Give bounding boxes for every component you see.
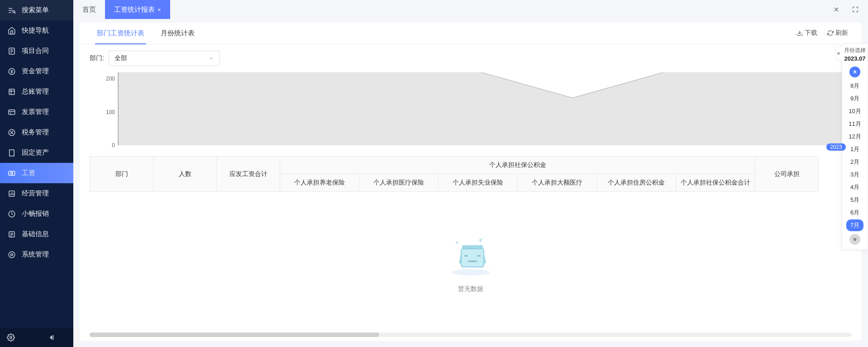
tab-1[interactable]: 工资统计报表× — [105, 0, 170, 19]
svg-line-4 — [14, 12, 15, 13]
svg-point-34 — [10, 337, 12, 339]
svg-rect-17 — [10, 150, 14, 156]
sidebar-item-10[interactable]: 小畅报销 — [0, 204, 73, 224]
svg-point-25 — [11, 172, 13, 174]
sidebar-item-1[interactable]: 快捷导航 — [0, 20, 73, 41]
sidebar-footer — [0, 328, 73, 347]
svg-rect-38 — [461, 249, 484, 267]
sidebar-item-9[interactable]: 经营管理 — [0, 183, 73, 204]
sidebar-item-label: 基础信息 — [22, 230, 49, 238]
tab-label: 工资统计报表 — [114, 5, 155, 14]
month-picker-up-button[interactable] — [849, 67, 860, 77]
table-header-cell: 个人承担失业保险 — [439, 174, 518, 192]
sidebar-item-5[interactable]: 发票管理 — [0, 102, 73, 122]
sidebar-item-label: 系统管理 — [22, 250, 49, 259]
month-picker-collapse-button[interactable] — [835, 47, 842, 60]
download-label: 下载 — [805, 29, 817, 37]
table-header-cell: 应发工资合计 — [217, 157, 280, 192]
table-header-cell: 个人承担住房公积金 — [597, 174, 676, 192]
download-button[interactable]: 下载 — [796, 29, 817, 37]
table-header-cell: 个人承担养老保险 — [280, 174, 359, 192]
sidebar-item-label: 税务管理 — [22, 128, 49, 137]
month-option[interactable]: 6月 — [846, 207, 863, 219]
sub-tabs: 部门工资统计表 月份统计表 下载 刷新 — [80, 23, 862, 44]
settings-icon[interactable] — [6, 333, 15, 342]
sidebar-item-6[interactable]: 税务管理 — [0, 122, 73, 143]
table-header-cell: 个人承担社保公积金合计 — [676, 174, 755, 192]
info-icon — [7, 230, 16, 239]
table-header-cell: 人数 — [153, 157, 217, 192]
sidebar-item-label: 快捷导航 — [22, 26, 49, 35]
close-all-tabs-button[interactable] — [830, 3, 843, 16]
sidebar-item-label: 总账管理 — [22, 87, 49, 96]
svg-rect-13 — [9, 109, 15, 114]
chart: 0100200 — [80, 72, 862, 156]
svg-rect-24 — [9, 171, 15, 175]
sidebar-item-4[interactable]: 总账管理 — [0, 81, 73, 102]
department-select[interactable]: 全部 — [109, 51, 220, 66]
tab-0[interactable]: 首页 — [73, 0, 105, 19]
month-option[interactable]: 5月 — [846, 194, 863, 206]
table-header-cell: 个人承担医疗保险 — [359, 174, 439, 192]
month-option[interactable]: 4月 — [846, 181, 863, 193]
sidebar-item-2[interactable]: 项目合同 — [0, 41, 73, 61]
month-option[interactable]: 3月 — [846, 169, 863, 181]
table-header-group: 个人承担社保公积金 — [280, 157, 755, 174]
collapse-sidebar-icon[interactable] — [48, 333, 57, 342]
sidebar-item-12[interactable]: 系统管理 — [0, 244, 73, 265]
month-option[interactable]: 9月 — [846, 93, 863, 105]
sub-tab-monthly[interactable]: 月份统计表 — [153, 23, 203, 44]
month-option[interactable]: 10月 — [846, 105, 863, 117]
horizontal-scrollbar[interactable] — [90, 333, 852, 337]
manage-icon — [7, 189, 16, 198]
sidebar-item-label: 固定资产 — [22, 148, 49, 157]
reimburse-icon — [7, 209, 16, 219]
search-list-icon — [7, 6, 16, 15]
contract-icon — [7, 47, 16, 56]
refresh-label: 刷新 — [835, 29, 848, 37]
salary-table: 部门人数应发工资合计个人承担社保公积金公司承担个人承担养老保险个人承担医疗保险个… — [80, 156, 862, 192]
sidebar-item-3[interactable]: 资金管理 — [0, 61, 73, 81]
month-option[interactable]: 1月 — [846, 143, 863, 155]
sidebar-item-8[interactable]: 工资 — [0, 163, 73, 183]
month-option[interactable]: 11月 — [846, 118, 863, 130]
chevron-down-icon — [209, 56, 214, 61]
month-picker-label: 月份选择 — [844, 47, 866, 54]
svg-rect-41 — [468, 261, 477, 262]
invoice-icon — [7, 108, 16, 117]
svg-point-36 — [452, 269, 490, 276]
month-picker-down-button[interactable] — [849, 234, 860, 245]
refresh-button[interactable]: 刷新 — [827, 29, 848, 37]
sidebar-item-label: 搜索菜单 — [22, 6, 49, 14]
month-picker: 月份选择 2023.07 8月9月10月11月12月20231月2月3月4月5月… — [842, 43, 868, 250]
sidebar: 搜索菜单快捷导航项目合同资金管理总账管理发票管理税务管理固定资产工资经营管理小畅… — [0, 0, 73, 347]
sidebar-item-label: 小畅报销 — [22, 209, 49, 218]
sidebar-item-7[interactable]: 固定资产 — [0, 143, 73, 163]
chart-ytick-label: 200 — [106, 76, 115, 82]
empty-illustration-icon — [444, 232, 498, 277]
panel-actions: 下载 刷新 — [796, 29, 848, 37]
sub-tab-department-salary[interactable]: 部门工资统计表 — [89, 23, 153, 44]
coin-icon — [7, 67, 16, 76]
table-header-cell: 个人承担大额医疗 — [518, 174, 597, 192]
ledger-icon — [7, 87, 16, 96]
table-header-cell: 公司承担 — [755, 157, 819, 192]
month-option[interactable]: 8月 — [846, 80, 863, 92]
svg-rect-40 — [477, 255, 481, 257]
svg-point-33 — [9, 252, 15, 258]
month-option[interactable]: 2月 — [846, 156, 863, 168]
svg-rect-39 — [464, 255, 468, 257]
month-option[interactable]: 12月 — [846, 131, 863, 143]
home-icon — [7, 26, 16, 35]
month-picker-selected: 2023.07 — [844, 55, 866, 62]
tab-close-icon[interactable]: × — [157, 6, 161, 13]
fullscreen-button[interactable] — [849, 3, 862, 16]
tab-label: 首页 — [82, 5, 96, 14]
filter-row: 部门: 全部 — [80, 44, 862, 72]
sidebar-item-label: 资金管理 — [22, 67, 49, 76]
horizontal-scrollbar-thumb[interactable] — [90, 333, 379, 337]
sidebar-item-11[interactable]: 基础信息 — [0, 224, 73, 244]
month-option[interactable]: 7月 — [846, 219, 863, 231]
main: 首页工资统计报表× 部门工资统计表 月份统计表 下载 刷新 — [73, 0, 868, 347]
sidebar-item-0[interactable]: 搜索菜单 — [0, 0, 73, 20]
